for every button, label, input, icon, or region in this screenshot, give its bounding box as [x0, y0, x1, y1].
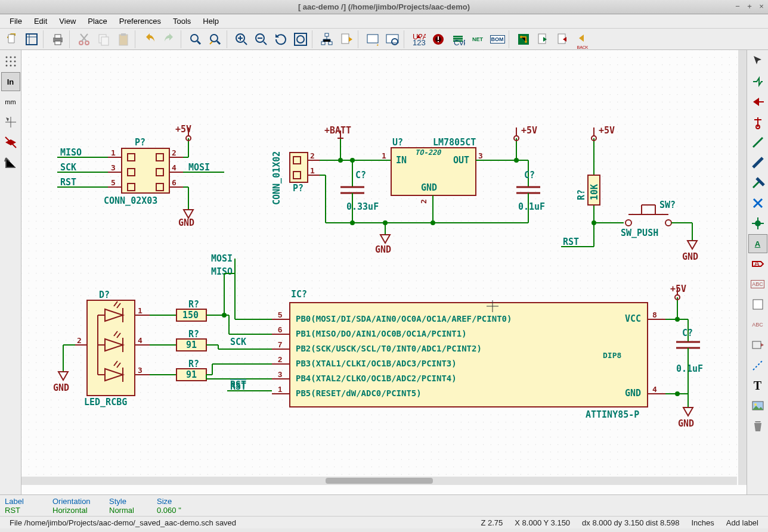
- units-in-button[interactable]: In: [1, 72, 20, 91]
- new-button[interactable]: [2, 30, 21, 49]
- left-toolbar: In mm: [0, 50, 21, 494]
- minimize-button[interactable]: −: [733, 3, 742, 11]
- zoom-redraw-button[interactable]: [271, 30, 290, 49]
- units-mm-button[interactable]: mm: [1, 92, 20, 111]
- place-netlabel-tool[interactable]: A: [748, 234, 767, 253]
- highlight-net-tool[interactable]: [748, 72, 767, 91]
- scrollbar-vertical[interactable]: [738, 50, 747, 485]
- svg-text:MISO: MISO: [60, 147, 82, 158]
- svg-text:GND: GND: [678, 418, 694, 429]
- led-section: D? LED_RCBG 2 1 4 3 GN: [53, 290, 224, 407]
- svg-text:6: 6: [278, 325, 282, 334]
- library-browser-button[interactable]: [383, 30, 402, 49]
- backanno-button[interactable]: [553, 30, 572, 49]
- scrollbar-horizontal[interactable]: [21, 477, 737, 485]
- menu-edit[interactable]: Edit: [29, 15, 52, 27]
- svg-point-4: [79, 41, 83, 45]
- menu-file[interactable]: File: [5, 15, 27, 27]
- place-power-tool[interactable]: [748, 113, 767, 132]
- find-button[interactable]: [186, 30, 205, 49]
- menu-view[interactable]: View: [54, 15, 80, 27]
- svg-text:3: 3: [138, 366, 143, 375]
- place-wire-tool[interactable]: [748, 133, 767, 152]
- schematic-svg: 1 3 5 2 4 6 MISO SCK RST MOSI +5V G: [21, 50, 737, 485]
- close-button[interactable]: ×: [757, 3, 766, 11]
- bus-direction-button[interactable]: [1, 153, 20, 172]
- svg-text:LED_RCBG: LED_RCBG: [84, 397, 127, 407]
- place-sheet-pin-tool[interactable]: [748, 335, 767, 354]
- place-image-tool[interactable]: [748, 396, 767, 415]
- bom-button[interactable]: BOM: [488, 30, 507, 49]
- signal-routing: MOSI MISO SCK RST RST: [206, 253, 272, 392]
- delete-tool[interactable]: [748, 416, 767, 435]
- schematic-canvas[interactable]: 1 3 5 2 4 6 MISO SCK RST MOSI +5V G: [21, 50, 747, 494]
- svg-rect-2: [55, 35, 61, 38]
- svg-text:DIP8: DIP8: [603, 351, 621, 360]
- svg-line-266: [753, 138, 763, 147]
- svg-point-145: [625, 220, 631, 226]
- copy-button[interactable]: [94, 30, 113, 49]
- menu-tools[interactable]: Tools: [168, 15, 196, 27]
- back-button[interactable]: BACK: [573, 30, 592, 49]
- place-line-tool[interactable]: [748, 356, 767, 375]
- svg-text:2: 2: [419, 199, 428, 204]
- zoom-fit-button[interactable]: [291, 30, 310, 49]
- leave-sheet-button[interactable]: [337, 30, 356, 49]
- zoom-out-button[interactable]: [252, 30, 271, 49]
- svg-text:IN: IN: [396, 155, 407, 166]
- netlist-button[interactable]: NET: [468, 30, 487, 49]
- svg-point-206: [222, 313, 227, 318]
- svg-point-280: [754, 403, 757, 406]
- find-replace-button[interactable]: [206, 30, 225, 49]
- svg-text:1: 1: [310, 166, 315, 175]
- maximize-button[interactable]: +: [745, 3, 754, 11]
- menu-help[interactable]: Help: [198, 15, 224, 27]
- svg-text:GND: GND: [682, 251, 698, 262]
- place-bus-entry-tool[interactable]: [748, 173, 767, 192]
- place-text-tool[interactable]: T: [748, 376, 767, 395]
- hierarchy-button[interactable]: [317, 30, 336, 49]
- place-hierlabel-tool[interactable]: ABC: [748, 275, 767, 294]
- svg-point-11: [210, 35, 218, 42]
- svg-text:3: 3: [478, 151, 483, 160]
- place-component-tool[interactable]: [748, 92, 767, 111]
- svg-text:3: 3: [111, 163, 116, 172]
- annotate-button[interactable]: U?A123: [409, 30, 428, 49]
- place-globallabel-tool[interactable]: A: [748, 254, 767, 273]
- import-sheet-pin-tool[interactable]: ABC: [748, 315, 767, 334]
- svg-rect-3: [55, 41, 61, 45]
- cursor-shape-button[interactable]: [1, 113, 20, 132]
- svg-point-146: [665, 220, 671, 226]
- grid-button[interactable]: [1, 52, 20, 71]
- cvpcb-button[interactable]: CvP: [448, 30, 467, 49]
- cut-button[interactable]: [75, 30, 94, 49]
- svg-text:D?: D?: [99, 290, 110, 300]
- svg-text:0.33uF: 0.33uF: [346, 201, 379, 212]
- place-bus-tool[interactable]: [748, 153, 767, 172]
- svg-text:C?: C?: [682, 328, 693, 338]
- page-settings-button[interactable]: [22, 30, 41, 49]
- place-sheet-tool[interactable]: [748, 295, 767, 314]
- select-tool[interactable]: [748, 52, 767, 71]
- svg-text:CONN_02X03: CONN_02X03: [104, 195, 157, 206]
- pcbnew-button[interactable]: [514, 30, 533, 49]
- undo-button[interactable]: [140, 30, 159, 49]
- hidden-pins-button[interactable]: [1, 133, 20, 152]
- erc-button[interactable]: [429, 30, 448, 49]
- redo-button[interactable]: [160, 30, 179, 49]
- library-editor-button[interactable]: [363, 30, 382, 49]
- zoom-in-button[interactable]: [232, 30, 251, 49]
- print-button[interactable]: [48, 30, 67, 49]
- svg-text:2: 2: [278, 355, 282, 364]
- place-noconnect-tool[interactable]: [748, 194, 767, 213]
- paste-button[interactable]: [114, 30, 133, 49]
- svg-text:IC?: IC?: [291, 289, 307, 300]
- status-mode: Add label: [720, 518, 764, 527]
- place-junction-tool[interactable]: [748, 214, 767, 233]
- svg-text:RST: RST: [230, 379, 246, 390]
- menu-preferences[interactable]: Preferences: [114, 15, 166, 27]
- svg-text:4: 4: [138, 336, 143, 345]
- import-button[interactable]: [534, 30, 553, 49]
- main-toolbar: U?A123 CvP NET BOM BACK: [0, 29, 768, 50]
- menu-place[interactable]: Place: [83, 15, 112, 27]
